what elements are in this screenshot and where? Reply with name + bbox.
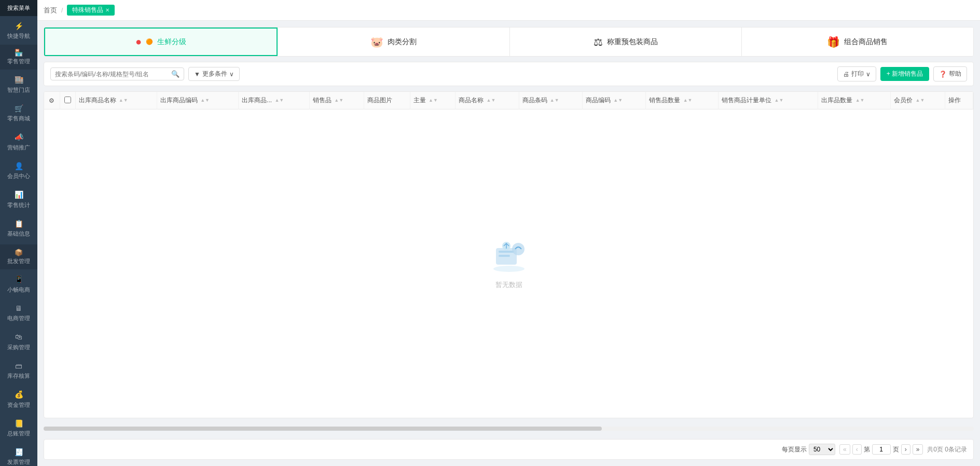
col-label: 主量 (413, 97, 426, 104)
sidebar-item-purchase-mgmt[interactable]: 🛍 采购管理 (0, 327, 37, 355)
scrollbar-thumb[interactable] (44, 427, 602, 431)
sort-arrows-icon[interactable]: ▲▼ (855, 98, 865, 103)
sort-arrows-icon[interactable]: ▲▼ (486, 98, 495, 103)
sidebar-item-finance[interactable]: 💰 资金管理 (0, 385, 37, 413)
col-action: 操作 (945, 92, 973, 109)
content-wrap: ● 🟠 生鲜分级 🐷 肉类分割 ⚖ 称重预包装商品 🎁 组合商品销售 (37, 21, 980, 466)
col-sale-qty[interactable]: 销售品数量 ▲▼ (646, 92, 719, 109)
sidebar-item-retail-mall[interactable]: 🛒 零售商城 (0, 99, 37, 127)
new-button-label: + 新增销售品 (887, 70, 923, 78)
search-wrap[interactable]: 🔍 (50, 67, 184, 80)
sidebar-item-label: 批发管理 (7, 257, 30, 265)
col-out-goods-name[interactable]: 出库商品名称 ▲▼ (75, 92, 157, 109)
sidebar-item-label: 小畅电商 (7, 286, 30, 293)
basic-info-icon: 📋 (15, 219, 23, 228)
sidebar-item-retail-stats[interactable]: 📊 零售统计 (0, 185, 37, 213)
col-member-price[interactable]: 会员价 ▲▼ (891, 92, 945, 109)
cat-tab-combo-sales[interactable]: 🎁 组合商品销售 (742, 28, 973, 56)
active-tab[interactable]: 特殊销售品 ✕ (67, 5, 115, 16)
filter-button[interactable]: ▼ 更多条件 ∨ (188, 67, 240, 81)
sidebar-item-basic-info[interactable]: 📋 基础信息 (0, 214, 37, 242)
close-tab-icon[interactable]: ✕ (105, 7, 109, 13)
sidebar-item-wholesale-mgmt[interactable]: 📦 批发管理 (0, 244, 37, 269)
sort-arrows-icon[interactable]: ▲▼ (334, 98, 343, 103)
sidebar-item-mini-ecom[interactable]: 📱 小畅电商 (0, 269, 37, 298)
cat-tab-label: 称重预包装商品 (607, 37, 658, 47)
sidebar-item-invoice[interactable]: 🧾 发票管理 (0, 442, 37, 466)
page-total: 共0页 0条记录 (927, 445, 967, 454)
sidebar-item-label: 零售统计 (7, 201, 30, 209)
sidebar-item-label: 营销推广 (7, 144, 30, 151)
col-weight[interactable]: 主量 ▲▼ (410, 92, 455, 109)
col-sale-unit[interactable]: 销售商品计量单位 ▲▼ (719, 92, 818, 109)
col-checkbox[interactable] (60, 92, 75, 109)
cat-tab-weigh-pack[interactable]: ⚖ 称重预包装商品 (510, 28, 742, 56)
main-area: 首页 / 特殊销售品 ✕ ● 🟠 生鲜分级 🐷 肉类分割 ⚖ 称重预包装商品 (37, 0, 980, 466)
col-goods-code[interactable]: 商品编码 ▲▼ (582, 92, 645, 109)
col-label: 商品图片 (367, 97, 392, 104)
sort-arrows-icon[interactable]: ▲▼ (429, 98, 438, 103)
print-button[interactable]: 🖨 打印 ∨ (837, 66, 876, 81)
col-label: 商品编码 (586, 97, 611, 104)
sort-arrows-icon[interactable]: ▲▼ (274, 98, 284, 103)
select-all-checkbox[interactable] (64, 97, 71, 103)
meat-cut-icon: 🐷 (370, 36, 383, 48)
sort-arrows-icon[interactable]: ▲▼ (683, 98, 693, 103)
sidebar-item-smart-store[interactable]: 🏬 智慧门店 (0, 70, 37, 98)
retail-mgmt-icon: 🏪 (15, 49, 23, 57)
sidebar-item-label: 零售管理 (7, 58, 30, 65)
page-number-input[interactable] (872, 444, 891, 455)
sidebar-item-inventory[interactable]: 🗃 库存核算 (0, 356, 37, 385)
help-button[interactable]: ❓ 帮助 (933, 66, 967, 81)
sidebar-logo[interactable]: 搜索菜单 (0, 0, 37, 16)
col-settings[interactable]: ⚙ (44, 92, 60, 109)
page-size-select: 每页显示 50 10 20 100 (782, 444, 835, 455)
cat-tab-fresh-grade[interactable]: ● 🟠 生鲜分级 (44, 28, 278, 56)
col-goods-name[interactable]: 商品名称 ▲▼ (456, 92, 519, 109)
col-out-goods-spec[interactable]: 出库商品... ▲▼ (239, 92, 310, 109)
sidebar-item-ecom-mgmt[interactable]: 🖥 电商管理 (0, 298, 37, 327)
sidebar-item-ledger[interactable]: 📒 总账管理 (0, 414, 37, 442)
sort-arrows-icon[interactable]: ▲▼ (916, 98, 925, 103)
new-button[interactable]: + 新增销售品 (880, 67, 929, 81)
toolbar: 🔍 ▼ 更多条件 ∨ 🖨 打印 ∨ + 新增销售品 ❓ (44, 62, 974, 86)
sidebar-item-label: 会员中心 (7, 172, 30, 180)
sort-arrows-icon[interactable]: ▲▼ (774, 98, 783, 103)
horizontal-scrollbar[interactable] (44, 427, 974, 431)
search-icon[interactable]: 🔍 (171, 70, 180, 78)
sidebar-item-retail-mgmt[interactable]: 🏪 零售管理 (0, 45, 37, 70)
cat-tab-label: 组合商品销售 (844, 37, 888, 47)
sidebar-item-member[interactable]: 👤 会员中心 (0, 156, 37, 185)
mini-ecom-icon: 📱 (15, 275, 23, 284)
page-input-wrap: 第 页 (864, 444, 899, 455)
data-table: ⚙ 出库商品名称 ▲▼ 出库商品编码 ▲▼ 出库 (44, 91, 974, 418)
last-page-button[interactable]: » (913, 444, 923, 455)
filter-chevron-icon: ∨ (229, 71, 234, 78)
cat-tab-label: 生鲜分级 (157, 37, 186, 47)
sidebar-item-marketing[interactable]: 📣 营销推广 (0, 127, 37, 156)
col-label: 销售品 (313, 97, 332, 104)
col-goods-barcode[interactable]: 商品条码 ▲▼ (519, 92, 582, 109)
search-input[interactable] (55, 71, 169, 78)
page-size-dropdown[interactable]: 50 10 20 100 (809, 444, 835, 455)
sidebar-item-quick-nav[interactable]: ⚡ 快捷导航 (0, 16, 37, 45)
page-label: 第 (864, 445, 870, 454)
col-sale-goods[interactable]: 销售品 ▲▼ (310, 92, 364, 109)
breadcrumb-home[interactable]: 首页 (44, 6, 57, 15)
col-out-qty[interactable]: 出库品数量 ▲▼ (818, 92, 891, 109)
sort-arrows-icon[interactable]: ▲▼ (200, 98, 210, 103)
sidebar-item-label: 零售商城 (7, 115, 30, 122)
sort-arrows-icon[interactable]: ▲▼ (119, 98, 128, 103)
sort-arrows-icon[interactable]: ▲▼ (550, 98, 559, 103)
col-out-goods-code[interactable]: 出库商品编码 ▲▼ (157, 92, 238, 109)
prev-page-button[interactable]: ‹ (852, 444, 862, 455)
col-label: 销售品数量 (649, 97, 680, 104)
cat-tab-meat-cut[interactable]: 🐷 肉类分割 (278, 28, 509, 56)
col-label: 出库品数量 (821, 97, 852, 104)
sort-arrows-icon[interactable]: ▲▼ (613, 98, 623, 103)
purchase-mgmt-icon: 🛍 (15, 332, 22, 341)
next-page-button[interactable]: › (901, 444, 910, 455)
col-label: 出库商品名称 (79, 97, 116, 104)
marketing-icon: 📣 (15, 132, 23, 142)
first-page-button[interactable]: « (839, 444, 850, 455)
